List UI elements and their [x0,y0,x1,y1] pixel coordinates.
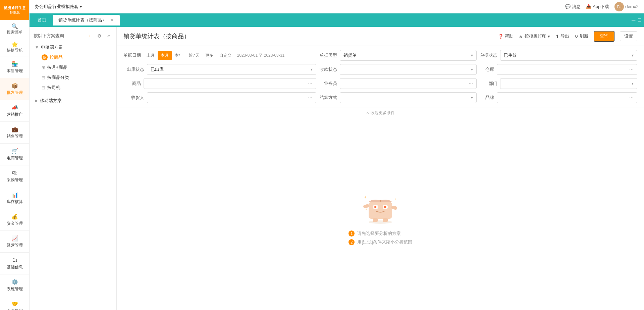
empty-state: ✦ ✦ ✦ 1 请先选择要分析的方案 2 用[过 [117,118,644,310]
tree-desktop-group[interactable]: ▼ 电脑端方案 [30,42,116,52]
tab-maximize-icon[interactable]: □ [638,17,641,23]
sidebar-item-cooperation-label: 企业协同 [7,308,23,310]
warehouse-dots[interactable]: ··· [629,66,634,72]
sidebar-item-ecommerce[interactable]: 🛒 电商管理 [0,144,29,165]
product-dots[interactable]: ··· [308,81,312,87]
app-download-button[interactable]: 📥 App下载 [586,4,609,10]
tab-home[interactable]: 首页 [32,15,52,25]
tab-minimize-icon[interactable]: ─ [632,17,635,23]
svg-rect-1 [369,202,392,219]
sidebar-quicknav-label[interactable]: 快捷导航 [7,48,23,53]
sidebar-item-basics[interactable]: 🗂 基础信息 [0,253,29,274]
tip-1-num: 1 [351,231,353,236]
payment-label: 收款状态 [316,66,340,72]
svg-text:✦: ✦ [394,197,396,201]
settlement-select[interactable]: ▾ [340,92,477,103]
doc-type-select[interactable]: 销货单 ▾ [340,50,477,61]
print-dropdown-icon: ▾ [548,34,550,39]
receiver-dots[interactable]: ··· [308,95,312,101]
tab-bar: 首页 销货单统计表（按商品） ✕ ─ □ [30,13,644,27]
tree-mobile-expand-icon: ▶ [35,98,38,103]
query-button[interactable]: 查询 [594,31,614,42]
doc-status-select[interactable]: 已生效 ▾ [500,50,637,61]
sidebar-item-wholesale[interactable]: 📦 批发管理 [0,78,29,100]
by-product-label: 按商品 [50,54,63,60]
filter-cell-settlement: 结算方式 ▾ [316,92,477,103]
date-tab-this-year[interactable]: 本年 [172,51,186,60]
brand-dots[interactable]: ··· [629,95,634,101]
sidebar-item-operations[interactable]: 📈 经营管理 [0,231,29,253]
sidebar-item-marketing[interactable]: 📣 营销推广 [0,100,29,122]
date-tab-7days[interactable]: 近7天 [186,51,202,60]
date-tab-last-month[interactable]: 上月 [144,51,158,60]
sidebar-item-finance[interactable]: 💰 资金管理 [0,209,29,231]
filter-cell-doc-status: 单据状态 已生效 ▾ [477,50,637,61]
refresh-icon: ↻ [575,34,578,39]
collapse-button[interactable]: ∧ 收起更多条件 [366,110,394,116]
settings-scheme-button[interactable]: ⚙ [96,32,103,40]
sidebar-search-label[interactable]: 搜索菜单 [7,30,23,35]
collapse-icon: « [107,33,110,39]
sidebar-item-purchase[interactable]: 🛍 采购管理 [0,165,29,187]
tree-child-by-month-product[interactable]: ⊞ 按月+商品 [30,62,116,72]
sidebar-item-basics-label: 基础信息 [7,264,23,270]
tree-child-by-product[interactable]: 按 按商品 [30,52,116,62]
sidebar-item-finance-label: 资金管理 [7,221,23,226]
empty-tip-2: 2 用[过滤]条件来缩小分析范围 [348,239,412,245]
collapse-row[interactable]: ∧ 收起更多条件 [117,107,644,118]
sidebar-item-sales[interactable]: 💼 销售管理 [0,122,29,144]
tree-mobile-group[interactable]: ▶ 移动端方案 [30,96,116,106]
salesperson-dots[interactable]: ··· [469,81,473,87]
export-button[interactable]: ⬆ 导出 [555,33,569,39]
by-product-icon: 按 [42,54,48,60]
download-icon: 📥 [586,4,591,9]
brand-select[interactable]: ··· [497,92,637,103]
date-tab-custom[interactable]: 自定义 [216,51,234,60]
product-select[interactable]: ··· [144,78,316,89]
wh-status-select[interactable]: 已出库 ▾ [147,64,316,75]
sidebar-item-cooperation[interactable]: 🤝 企业协同 [0,296,29,310]
sidebar-item-retail[interactable]: 🏪 零售管理 [0,56,29,78]
sidebar-item-inventory[interactable]: 📊 库存核算 [0,187,29,209]
sidebar-item-purchase-label: 采购管理 [7,177,23,183]
sidebar-item-marketing-label: 营销推广 [7,112,23,117]
payment-select[interactable]: ▾ [340,64,477,75]
doc-type-arrow: ▾ [471,53,473,58]
by-category-icon: ⊟ [42,75,45,80]
warehouse-label: 仓库 [477,66,497,72]
sidebar-search[interactable]: 🔍 搜索菜单 [0,20,29,38]
tip-2-circle: 2 [348,239,355,245]
sidebar-item-system[interactable]: ⚙️ 系统管理 [0,274,29,296]
date-tab-this-month[interactable]: 本月 [158,51,172,60]
user-menu[interactable]: Ea demo2 [614,2,639,11]
date-tab-more[interactable]: 更多 [202,51,216,60]
message-icon: 💬 [565,4,571,9]
industry-selector[interactable]: 办公用品行业模拟账套 ▾ [35,4,82,10]
print-icon: 🖨 [519,34,523,39]
filter-cell-date: 单据日期 上月 本月 本年 近7天 更多 自定义 2023-03-01 至 20… [123,51,316,60]
add-icon: + [89,33,91,39]
receiver-select[interactable]: ··· [147,92,316,103]
tab-close-icon[interactable]: ✕ [109,17,114,23]
refresh-button[interactable]: ↻ 刷新 [575,33,588,39]
warehouse-select[interactable]: ··· [497,64,637,75]
help-button[interactable]: ❓ 帮助 [498,33,514,39]
tree-child-by-category[interactable]: ⊟ 按商品分类 [30,72,116,83]
settings-button[interactable]: 设置 [620,31,637,41]
tree-divider [30,94,116,94]
collapse-panel-button[interactable]: « [105,32,112,40]
sidebar-item-sales-label: 销售管理 [7,134,23,139]
wh-status-value: 已出库 [151,66,164,72]
payment-arrow: ▾ [471,67,473,72]
receiver-label: 收货人 [123,95,147,101]
refresh-label: 刷新 [580,33,588,39]
system-icon: ⚙️ [11,278,18,285]
tab-active[interactable]: 销货单统计表（按商品） ✕ [53,15,120,25]
message-button[interactable]: 💬 消息 [565,4,581,10]
tree-child-by-cashier[interactable]: ⊟ 按司机 [30,83,116,93]
sidebar-quicknav[interactable]: ⭐ 快捷导航 [0,38,29,56]
salesperson-select[interactable]: ··· [340,78,477,89]
template-print-button[interactable]: 🖨 按模板打印 ▾ [519,33,550,39]
department-select[interactable]: ▾ [500,78,637,89]
add-scheme-button[interactable]: + [86,32,94,40]
